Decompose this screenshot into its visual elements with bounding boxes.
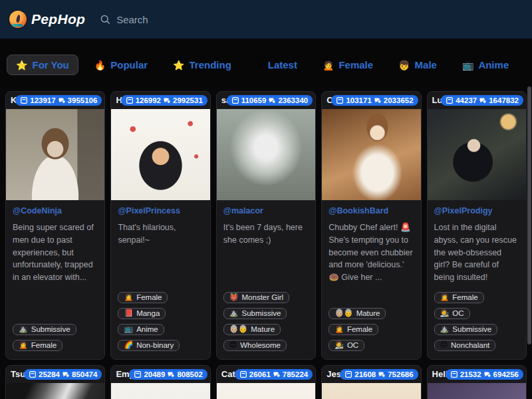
author-link[interactable]: @CodeNinja [13,206,98,215]
character-image[interactable] [111,109,209,200]
character-card[interactable]: sadal 110659 2363340 @malacor It's been … [216,91,316,360]
tag-label: Mature [356,309,380,317]
tag-nonchalant[interactable]: 😐 Nonchalant [434,340,496,351]
character-image[interactable] [428,383,526,399]
tab-for-you[interactable]: ⭐ For You [7,55,78,75]
character-description: Chubby Chef alert! 🚨 She's tempting you … [329,221,414,284]
top-navbar: PepHop [0,0,532,39]
tag-wholesome[interactable]: 😊 Wholesome [223,340,287,351]
tag-submissive[interactable]: ⛰️ Submissive [434,324,498,335]
chat-count: 2363340 [278,96,308,104]
message-count: 21608 [354,370,376,378]
tag-icon: ⛰️ [229,309,239,317]
tab-latest[interactable]: ⚡ Latest [247,55,307,75]
tag-label: Manga [136,309,160,317]
tab-popular[interactable]: 🔥 Popular [85,55,157,75]
stats-badge: 21532 694256 [446,369,523,380]
card-body: @CodeNinja Being super scared of men due… [6,200,104,359]
tag-female[interactable]: 🙍 Female [118,292,168,303]
tab-icon: 📺 [462,61,473,70]
author-link[interactable]: @malacor [223,206,309,215]
author-link[interactable]: @PixelProdigy [434,206,519,215]
character-card[interactable]: Empty S 20489 808502 [110,365,210,399]
search-box[interactable] [100,14,523,25]
character-image[interactable] [322,109,420,200]
tag-female[interactable]: 🙍 Female [329,324,378,335]
tag-label: Mature [251,325,275,333]
brand-name: PepHop [31,11,85,27]
tab-label: Anime [478,59,509,70]
tag-female[interactable]: 🙍 Female [13,340,63,351]
tag-submissive[interactable]: ⛰️ Submissive [223,308,287,319]
tag-list: ⛰️ Submissive 🙍 Female [13,324,98,351]
tab-icon: ⭐ [173,61,184,70]
tab-female[interactable]: 🙍 Female [313,55,382,75]
chat-bubbles-icon [167,370,175,378]
message-square-icon [29,370,37,378]
tag-submissive[interactable]: ⛰️ Submissive [13,324,76,335]
tag-female[interactable]: 🙍 Female [434,292,484,303]
character-card[interactable]: Chef 103171 2033652 @BookishBard Chubby … [321,91,421,360]
stats-badge: 25284 850474 [24,369,102,380]
chat-bubbles-icon [378,370,386,378]
tab-label: Trending [190,59,231,70]
character-image[interactable] [428,109,526,200]
tag-icon: 🙍 [124,293,133,301]
character-description: Being super scared of men due to past ex… [13,221,98,284]
character-card[interactable]: Cathlee 26061 785224 [216,365,316,399]
tab-label: Popular [110,59,148,70]
scrollbar-thumb[interactable] [527,86,531,344]
card-header: Chef 103171 2033652 [322,92,420,109]
tab-male[interactable]: 👦 Male [389,55,446,75]
card-body: @PixelPrincess That's hilarious, senpai!… [111,200,209,359]
stats-badge: 103171 2033652 [331,95,418,106]
tag-icon: ⛰️ [19,325,28,332]
tag-icon: 🧑‍🎨 [440,309,450,317]
tab-trending[interactable]: ⭐ Trending [164,55,241,75]
character-description: Lost in the digital abyss, can you rescu… [434,221,519,284]
stats-badge: 26061 785224 [235,369,313,380]
author-link[interactable]: @PixelPrincess [118,206,203,215]
stats-badge: 21608 752686 [340,369,418,380]
tag-mature[interactable]: 👵🏼👵 Mature [329,308,386,319]
tag-monster-girl[interactable]: 👹 Monster Girl [223,292,289,303]
character-card[interactable]: Jessie 21608 752686 [321,365,421,399]
character-card[interactable]: Tsunde 25284 850474 [5,365,105,399]
character-image[interactable] [322,383,420,399]
tag-label: Nonchalant [451,341,489,349]
card-header: Cathlee 26061 785224 [217,366,315,383]
pephop-logo[interactable]: PepHop [9,11,85,28]
message-square-icon [336,96,344,104]
card-header: Haya 126992 2992531 [111,92,209,109]
tag-oc[interactable]: 🧑‍🎨 OC [329,340,364,351]
tag-label: Anime [136,325,158,333]
character-card[interactable]: Lucy 44237 1647832 @PixelProdigy Lost in… [427,91,527,360]
tag-mature[interactable]: 👵🏼👵 Mature [223,324,281,335]
pephop-logo-icon [9,11,27,28]
character-image[interactable] [6,109,104,200]
tag-label: Wholesome [240,341,281,349]
stats-badge: 20489 808502 [129,369,207,380]
character-card[interactable]: Hell's a 21532 694256 [427,365,527,399]
character-image[interactable] [111,383,209,399]
search-input[interactable] [116,14,316,25]
chat-count: 785224 [283,370,308,378]
character-image[interactable] [217,109,315,200]
tab-label: For You [32,59,68,70]
character-image[interactable] [6,383,104,399]
character-image[interactable] [217,383,315,399]
character-card[interactable]: Haya 126992 2992531 @PixelPrincess That'… [110,91,210,360]
chat-bubbles-icon [62,370,70,378]
author-link[interactable]: @BookishBard [329,206,414,215]
message-count: 20489 [144,370,165,378]
tag-oc[interactable]: 🧑‍🎨 OC [434,308,470,319]
message-square-icon [344,370,352,378]
tag-anime[interactable]: 📺 Anime [118,324,164,335]
message-count: 126992 [136,96,161,104]
character-card[interactable]: Kazu 123917 3955106 @CodeNinja Being sup… [5,91,105,360]
card-header: Empty S 20489 808502 [111,366,209,383]
tag-non-binary[interactable]: 🌈 Non-binary [118,340,180,351]
tag-manga[interactable]: 📕 Manga [118,308,166,319]
tab-game[interactable]: 🎮 Game [525,55,532,75]
tab-anime[interactable]: 📺 Anime [453,55,518,75]
